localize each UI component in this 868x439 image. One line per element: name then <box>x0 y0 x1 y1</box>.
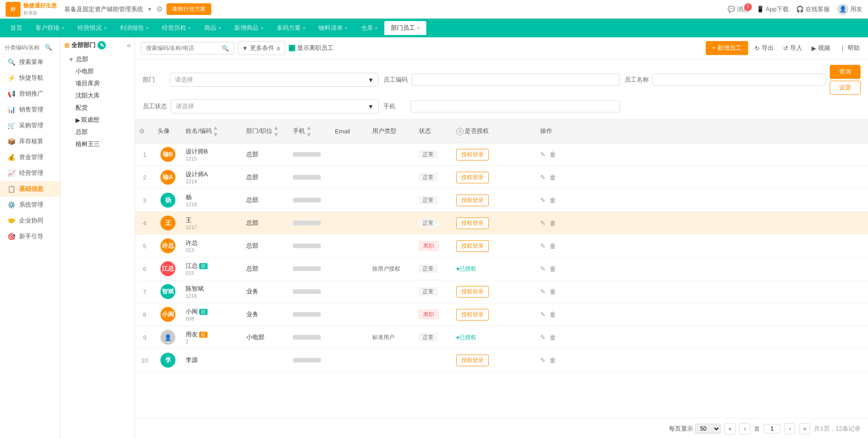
sidebar-item-sales[interactable]: 📊销售管理 <box>0 102 60 118</box>
tab-warehouse[interactable]: 仓库 × <box>354 21 384 35</box>
help-btn[interactable]: ｜ 帮助 <box>837 42 862 55</box>
sidebar-item-marketing[interactable]: 📢营销推广 <box>0 86 60 102</box>
delete-icon[interactable]: 🗑 <box>549 288 556 295</box>
tab-goods[interactable]: 商品 × <box>198 21 228 35</box>
delete-icon[interactable]: 🗑 <box>549 242 556 250</box>
next-page-btn[interactable]: › <box>784 423 795 434</box>
delete-icon[interactable]: 🗑 <box>549 311 556 318</box>
sidebar-item-nav[interactable]: ⚡快捷导航 <box>0 70 60 86</box>
page-number-input[interactable] <box>764 424 780 433</box>
app-download-btn[interactable]: 📱 App下载 <box>757 5 789 14</box>
dept-node-head[interactable]: ▼总部 <box>64 53 131 65</box>
edit-icon[interactable]: ✎ <box>540 219 546 227</box>
dept-collapse-icon[interactable]: « <box>127 41 131 49</box>
set-button[interactable]: 设置 <box>830 81 861 95</box>
close-icon[interactable]: × <box>375 25 378 31</box>
tip-icon[interactable]: ① <box>456 128 464 135</box>
row-auth[interactable]: 授权登录 <box>452 303 508 326</box>
row-auth[interactable]: 授权登录 <box>452 280 508 303</box>
tab-customer[interactable]: 客户联络 × <box>29 21 71 35</box>
delete-icon[interactable]: 🗑 <box>549 196 556 204</box>
edit-icon[interactable]: ✎ <box>540 174 546 181</box>
sidebar-search-icon[interactable]: 🔍 <box>45 44 52 51</box>
edit-icon[interactable]: ✎ <box>540 288 546 295</box>
prev-page-btn[interactable]: ‹ <box>739 423 750 434</box>
last-page-btn[interactable]: » <box>799 423 810 434</box>
emp-code-input[interactable] <box>411 74 619 86</box>
search-icon[interactable]: 🔍 <box>222 45 229 52</box>
close-icon[interactable]: × <box>260 25 263 31</box>
delete-icon[interactable]: 🗑 <box>549 174 556 181</box>
edit-icon[interactable]: ✎ <box>540 334 546 341</box>
dept-node-tree[interactable]: 植树王三 <box>64 138 131 150</box>
close-icon[interactable]: × <box>104 25 106 31</box>
sidebar-item-guide[interactable]: 🎯新手引导 <box>0 229 60 244</box>
sidebar-item-manage[interactable]: 📈经营管理 <box>0 165 60 181</box>
row-auth[interactable]: 授权登录 <box>452 143 508 166</box>
dept-node-hq[interactable]: 总部 <box>64 126 131 138</box>
dept-select[interactable]: 请选择 ▼ <box>170 73 379 87</box>
dept-node-delivery[interactable]: 配货 <box>64 102 131 114</box>
tab-profit[interactable]: 利润报告 × <box>113 21 155 35</box>
auth-button[interactable]: 授权登录 <box>456 309 489 321</box>
message-btn[interactable]: 💬 消息 5 <box>728 5 749 14</box>
close-icon[interactable]: × <box>188 25 191 31</box>
col-phone[interactable]: 手机▲▼ <box>289 119 331 143</box>
edit-icon[interactable]: ✎ <box>540 196 546 204</box>
sidebar-item-collab[interactable]: 🤝企业协同 <box>0 213 60 229</box>
tab-add-goods[interactable]: 新增商品 × <box>228 21 270 35</box>
delete-icon[interactable]: 🗑 <box>549 265 556 272</box>
edit-icon[interactable]: ✎ <box>540 265 546 272</box>
add-employee-button[interactable]: + 新增员工 <box>706 41 748 55</box>
delete-icon[interactable]: 🗑 <box>549 356 556 364</box>
dept-node-project[interactable]: 项目库房 <box>64 77 131 90</box>
edit-icon[interactable]: ✎ <box>540 151 546 158</box>
search-input[interactable] <box>146 45 219 51</box>
delete-icon[interactable]: 🗑 <box>549 334 556 341</box>
tab-history[interactable]: 经营历程 × <box>155 21 197 35</box>
sidebar-search-input[interactable] <box>5 44 42 51</box>
dept-node-double[interactable]: ▶双虐想 <box>64 114 131 126</box>
emp-name-input[interactable] <box>653 74 826 86</box>
row-auth[interactable]: 授权登录 <box>452 235 508 258</box>
edit-icon[interactable]: ✎ <box>540 356 546 364</box>
col-name[interactable]: 姓名/编码▲▼ <box>182 119 243 143</box>
close-icon[interactable]: × <box>218 25 221 31</box>
close-icon[interactable]: × <box>303 25 306 31</box>
row-auth[interactable]: 授权登录 <box>452 349 508 372</box>
settings-icon[interactable]: ⚙ <box>139 127 145 135</box>
sidebar-item-purchase[interactable]: 🛒采购管理 <box>0 118 60 133</box>
auth-button[interactable]: 授权登录 <box>456 172 489 183</box>
close-icon[interactable]: × <box>417 25 420 31</box>
first-page-btn[interactable]: « <box>724 423 736 434</box>
phone-input[interactable] <box>410 100 619 112</box>
tab-department[interactable]: 部门员工 × <box>384 21 426 35</box>
close-icon[interactable]: × <box>345 25 347 31</box>
emp-status-select[interactable]: 请选择 ▼ <box>171 99 379 113</box>
delete-icon[interactable]: 🗑 <box>549 151 556 158</box>
tab-operation[interactable]: 经营情况 × <box>71 21 113 35</box>
row-auth[interactable]: ●已授权 <box>452 258 508 280</box>
trial-button[interactable]: 体验行业方案 <box>167 3 211 15</box>
sidebar-item-stock[interactable]: 📦库存核算 <box>0 133 60 149</box>
sys-title-arrow[interactable]: ▼ <box>147 6 153 13</box>
page-size-select[interactable]: 50 100 <box>695 424 721 434</box>
dept-node-shenyang[interactable]: 沈阳大库 <box>64 90 131 102</box>
edit-icon[interactable]: ✎ <box>540 311 546 318</box>
close-icon[interactable]: × <box>146 25 149 31</box>
sidebar-item-basic[interactable]: 📋基础信息 <box>0 181 60 197</box>
auth-button[interactable]: 授权登录 <box>456 240 489 252</box>
row-auth[interactable]: ●已授权 <box>452 326 508 349</box>
more-filter-btn[interactable]: ▼ 更多条件 ∧ <box>238 41 285 55</box>
user-btn[interactable]: 👤 用友 <box>837 4 862 15</box>
tab-home[interactable]: 首页 <box>4 21 29 35</box>
row-auth[interactable]: 授权登录 <box>452 166 508 189</box>
sidebar-item-system[interactable]: ⚙️系统管理 <box>0 197 60 213</box>
auth-button[interactable]: 授权登录 <box>456 195 489 206</box>
tab-barcode[interactable]: 条码方案 × <box>270 21 312 35</box>
auth-button[interactable]: 授权登录 <box>456 217 489 229</box>
view-btn[interactable]: ▶ 视频 <box>809 42 833 55</box>
delete-icon[interactable]: 🗑 <box>549 219 556 227</box>
export-btn[interactable]: ↻ 导出 <box>752 42 777 55</box>
dept-node-small[interactable]: 小电部 <box>64 65 131 77</box>
